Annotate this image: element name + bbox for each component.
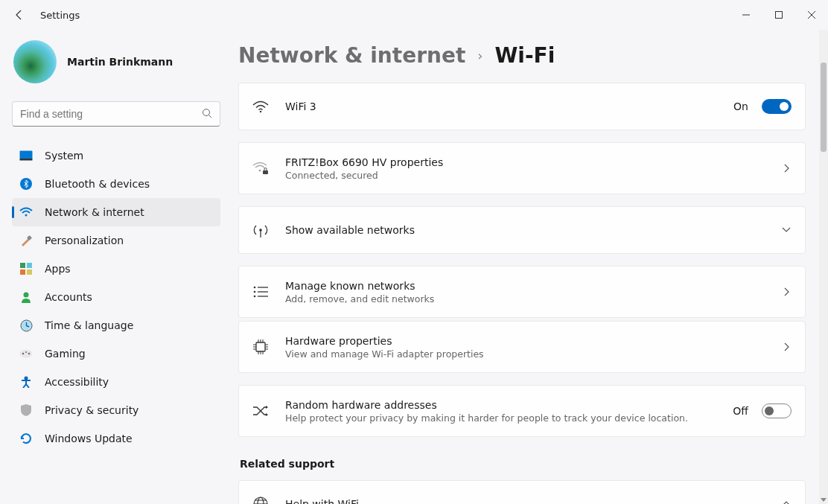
random-mac-toggle[interactable] — [762, 403, 792, 418]
accessibility-icon — [19, 375, 33, 389]
manage-known-networks-card[interactable]: Manage known networks Add, remove, and e… — [238, 266, 806, 318]
shield-icon — [19, 403, 33, 417]
nav-label: Accounts — [45, 291, 92, 303]
sidebar-item-bluetooth[interactable]: Bluetooth & devices — [12, 170, 220, 198]
chevron-down-icon — [781, 225, 792, 235]
apps-icon — [19, 262, 33, 275]
nav-label: Gaming — [45, 348, 86, 360]
card-title: Show available networks — [285, 224, 781, 236]
nav-label: System — [45, 150, 83, 162]
close-button[interactable] — [795, 3, 828, 27]
nav-label: Windows Update — [45, 433, 133, 444]
profile[interactable]: Martin Brinkmann — [12, 40, 231, 83]
svg-rect-14 — [27, 269, 32, 275]
paint-icon — [19, 234, 33, 247]
svg-point-22 — [25, 377, 28, 380]
bluetooth-icon — [19, 177, 33, 191]
card-subtitle: Help protect your privacy by making it h… — [285, 412, 733, 424]
sidebar-item-accessibility[interactable]: Accessibility — [12, 368, 220, 396]
chevron-right-icon — [781, 342, 792, 352]
svg-rect-1 — [776, 12, 783, 19]
app-title: Settings — [40, 10, 80, 21]
scrollbar-thumb[interactable] — [821, 63, 827, 152]
card-subtitle: Connected, secured — [285, 170, 781, 181]
svg-rect-6 — [20, 151, 33, 159]
search-input[interactable] — [20, 108, 202, 120]
svg-point-30 — [254, 291, 256, 293]
toggle-state-label: On — [733, 101, 748, 112]
chevron-right-icon — [781, 163, 792, 173]
card-title: Help with WiFi — [285, 498, 781, 504]
card-title: Random hardware addresses — [285, 399, 733, 411]
svg-point-18 — [20, 350, 33, 358]
card-title: Manage known networks — [285, 280, 781, 292]
breadcrumb: Network & internet › Wi-Fi — [238, 43, 810, 68]
card-subtitle: View and manage Wi-Fi adapter properties — [285, 348, 781, 360]
wifi-icon — [252, 101, 269, 112]
nav-label: Network & internet — [45, 206, 144, 218]
svg-rect-7 — [20, 159, 33, 161]
user-name: Martin Brinkmann — [67, 56, 173, 68]
nav-label: Privacy & security — [45, 404, 138, 416]
display-icon — [19, 149, 33, 162]
sidebar-item-network[interactable]: Network & internet — [12, 198, 220, 226]
breadcrumb-parent[interactable]: Network & internet — [238, 43, 465, 68]
gamepad-icon — [19, 347, 33, 360]
svg-rect-13 — [20, 269, 25, 275]
related-support-label: Related support — [240, 458, 810, 470]
svg-point-20 — [28, 353, 30, 354]
person-icon — [19, 290, 33, 304]
card-title: FRITZ!Box 6690 HV properties — [285, 156, 781, 168]
svg-point-9 — [25, 214, 28, 217]
svg-rect-11 — [20, 263, 25, 268]
scrollbar[interactable] — [819, 30, 828, 504]
help-with-wifi-card[interactable]: Help with WiFi — [238, 480, 806, 504]
sidebar-item-update[interactable]: Windows Update — [12, 424, 220, 453]
search-icon — [202, 107, 212, 121]
svg-point-4 — [203, 109, 210, 115]
sidebar-item-system[interactable]: System — [12, 141, 220, 170]
chevron-up-icon — [781, 499, 792, 504]
chip-icon — [252, 339, 269, 354]
svg-point-28 — [254, 287, 256, 289]
chevron-right-icon — [781, 287, 792, 297]
random-mac-card[interactable]: Random hardware addresses Help protect y… — [238, 385, 806, 437]
nav: System Bluetooth & devices Network & int… — [12, 141, 220, 453]
hardware-properties-card[interactable]: Hardware properties View and manage Wi-F… — [238, 321, 806, 373]
minimize-button[interactable] — [730, 3, 762, 27]
card-title: WiFi 3 — [285, 101, 733, 112]
svg-line-5 — [209, 115, 212, 118]
nav-label: Apps — [45, 263, 71, 275]
nav-label: Personalization — [45, 235, 124, 246]
svg-rect-34 — [256, 342, 265, 351]
card-title: Hardware properties — [285, 335, 781, 347]
svg-point-24 — [259, 170, 261, 172]
shuffle-icon — [252, 405, 269, 417]
svg-point-15 — [24, 293, 29, 298]
sidebar-item-gaming[interactable]: Gaming — [12, 339, 220, 368]
maximize-button[interactable] — [762, 3, 795, 27]
connected-network-card[interactable]: FRITZ!Box 6690 HV properties Connected, … — [238, 142, 806, 194]
sidebar-item-accounts[interactable]: Accounts — [12, 283, 220, 311]
window-titlebar: Settings — [0, 0, 828, 30]
sidebar-item-privacy[interactable]: Privacy & security — [12, 396, 220, 424]
nav-label: Time & language — [45, 319, 133, 331]
antenna-icon — [252, 223, 269, 237]
wifi-icon — [19, 205, 33, 219]
wifi-toggle[interactable] — [762, 99, 792, 114]
sidebar-item-time-language[interactable]: Time & language — [12, 311, 220, 339]
back-button[interactable] — [10, 6, 28, 24]
sidebar-item-apps[interactable]: Apps — [12, 255, 220, 283]
show-available-networks-card[interactable]: Show available networks — [238, 206, 806, 254]
sidebar-item-personalization[interactable]: Personalization — [12, 226, 220, 255]
list-icon — [252, 286, 269, 298]
svg-point-23 — [260, 111, 261, 112]
wifi-radio-card[interactable]: WiFi 3 On — [238, 83, 806, 130]
search-box[interactable] — [12, 101, 220, 127]
globe-icon — [252, 497, 269, 504]
chevron-right-icon: › — [477, 48, 483, 63]
scroll-down-arrow[interactable] — [819, 495, 828, 504]
update-icon — [19, 432, 33, 445]
card-subtitle: Add, remove, and edit networks — [285, 293, 781, 304]
avatar — [13, 40, 57, 83]
